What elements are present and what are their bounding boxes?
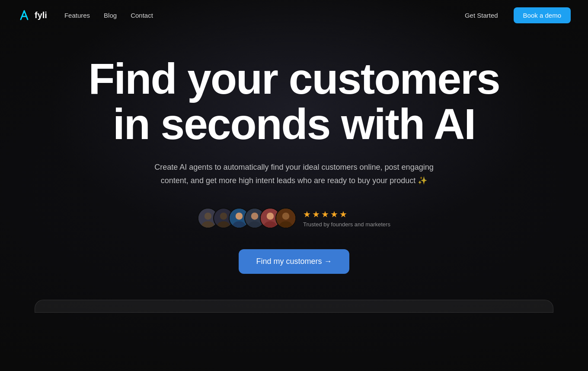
svg-point-16 (282, 212, 290, 220)
nav-link-contact[interactable]: Contact (131, 12, 153, 19)
logo[interactable]: fyli (17, 8, 47, 22)
hero-title-line1: Find your customers (88, 54, 499, 103)
logo-text: fyli (35, 10, 47, 20)
star-2: ★ (312, 209, 320, 219)
nav-link-blog[interactable]: Blog (104, 12, 117, 19)
trust-text: Trusted by founders and marketers (303, 221, 390, 228)
find-customers-button[interactable]: Find my customers → (239, 249, 349, 274)
star-1: ★ (303, 209, 311, 219)
star-5: ★ (339, 209, 347, 219)
avatar-group (198, 208, 296, 228)
star-rating: ★ ★ ★ ★ ★ (303, 209, 347, 219)
nav-left: fyli Features Blog Contact (17, 8, 153, 22)
stars-trust: ★ ★ ★ ★ ★ Trusted by founders and market… (303, 209, 390, 228)
get-started-button[interactable]: Get Started (458, 8, 505, 22)
navbar: fyli Features Blog Contact Get Started B… (0, 0, 588, 30)
avatar (275, 208, 296, 228)
social-proof: ★ ★ ★ ★ ★ Trusted by founders and market… (198, 208, 390, 228)
nav-links: Features Blog Contact (64, 12, 153, 19)
nav-right: Get Started Book a demo (458, 7, 571, 23)
star-3: ★ (321, 209, 329, 219)
logo-icon (17, 8, 31, 22)
hero-subtitle: Create AI agents to automatically find y… (147, 161, 441, 187)
svg-point-4 (220, 212, 227, 220)
hero-title-line2: in seconds with AI (113, 100, 475, 148)
cta-label: Find my customers → (256, 257, 332, 266)
hero-section: Find your customers in seconds with AI C… (0, 30, 588, 330)
svg-point-10 (251, 212, 259, 220)
svg-point-13 (267, 212, 274, 220)
nav-link-features[interactable]: Features (64, 12, 90, 19)
star-4: ★ (330, 209, 338, 219)
svg-point-7 (236, 212, 243, 220)
svg-point-1 (205, 212, 212, 220)
hero-title: Find your customers in seconds with AI (88, 56, 499, 147)
bottom-card-hint (35, 300, 553, 313)
book-demo-button[interactable]: Book a demo (514, 7, 571, 23)
